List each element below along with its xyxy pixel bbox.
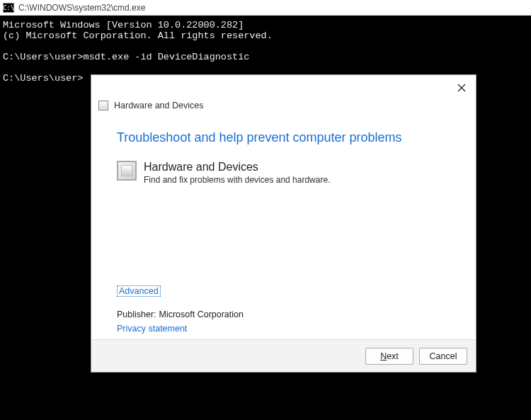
privacy-link[interactable]: Privacy statement — [117, 324, 453, 334]
item-title: Hardware and Devices — [144, 161, 330, 174]
terminal-line: C:\Users\user> — [3, 73, 83, 84]
dialog-footer: Next Cancel — [91, 339, 476, 372]
next-rest: ext — [387, 351, 399, 361]
dialog-header-title: Hardware and Devices — [114, 101, 203, 110]
cmd-title: C:\WINDOWS\system32\cmd.exe — [18, 3, 145, 13]
dialog-body: Troubleshoot and help prevent computer p… — [91, 116, 476, 339]
close-icon — [457, 84, 466, 92]
dialog-headline: Troubleshoot and help prevent computer p… — [117, 130, 453, 145]
publisher-row: Publisher: Microsoft Corporation — [117, 310, 453, 319]
publisher-label: Publisher: — [117, 310, 156, 319]
next-accel: N — [380, 351, 387, 361]
advanced-link[interactable]: Advanced — [117, 285, 161, 297]
cancel-button[interactable]: Cancel — [419, 348, 467, 365]
item-description: Find and fix problems with devices and h… — [144, 175, 330, 185]
cmd-icon: C:\ — [3, 3, 14, 13]
publisher-value: Microsoft Corporation — [159, 310, 244, 319]
dialog-header: Hardware and Devices — [91, 75, 476, 116]
troubleshooter-item[interactable]: Hardware and Devices Find and fix proble… — [117, 161, 453, 185]
close-button[interactable] — [455, 81, 469, 95]
device-icon — [98, 101, 108, 110]
next-button[interactable]: Next — [365, 348, 413, 365]
cmd-titlebar: C:\ C:\WINDOWS\system32\cmd.exe — [0, 0, 531, 16]
hardware-device-icon — [117, 161, 137, 181]
terminal-line: C:\Users\user>msdt.exe -id DeviceDiagnos… — [3, 52, 249, 62]
terminal-line: Microsoft Windows [Version 10.0.22000.28… — [3, 20, 244, 30]
troubleshooter-dialog: Hardware and Devices Troubleshoot and he… — [91, 74, 476, 373]
terminal-line: (c) Microsoft Corporation. All rights re… — [3, 30, 273, 41]
